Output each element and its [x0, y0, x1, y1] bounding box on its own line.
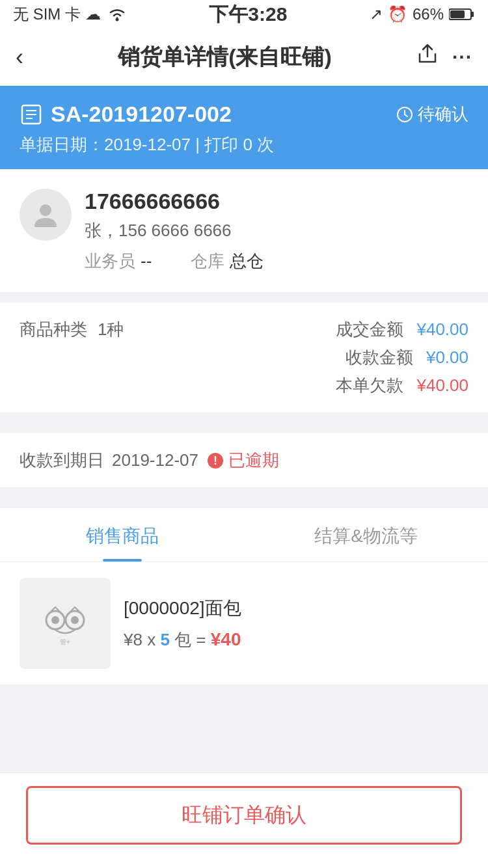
owed-amount-value: ¥40.00: [416, 375, 468, 396]
svg-text:管+: 管+: [60, 638, 70, 645]
svg-point-17: [71, 616, 79, 624]
sales-rep-label: 业务员: [85, 250, 135, 273]
order-header: SA-20191207-002 待确认 单据日期：2019-12-07 | 打印…: [0, 86, 488, 169]
alarm-icon: ⏰: [388, 5, 407, 23]
svg-line-10: [405, 115, 407, 116]
customer-name: 张，156 6666 6666: [85, 219, 468, 242]
summary-section: 商品种类 1种 成交金额 ¥40.00 收款金额 ¥0.00 本单欠款 ¥40.…: [0, 303, 488, 413]
back-button[interactable]: ‹: [16, 44, 23, 71]
status-time: 下午3:28: [209, 1, 287, 28]
battery-text: 66%: [413, 5, 444, 23]
product-total: ¥40: [211, 629, 241, 649]
tabs-container: 销售商品 结算&物流等: [0, 508, 488, 562]
customer-section: 17666666666 张，156 6666 6666 业务员 -- 仓库 总仓: [0, 169, 488, 292]
owed-amount-label: 本单欠款: [336, 374, 403, 397]
svg-point-11: [40, 204, 51, 216]
product-types-value: 1种: [98, 318, 124, 341]
svg-rect-2: [471, 12, 474, 17]
svg-rect-3: [450, 10, 465, 18]
warning-icon: !: [206, 452, 224, 470]
overdue-badge: ! 已逾期: [206, 449, 279, 472]
product-thumbnail: 管+: [20, 578, 111, 669]
wifi-icon: [107, 7, 127, 21]
nav-actions: ···: [416, 42, 472, 72]
status-bar: 无 SIM 卡 ☁ 下午3:28 ↗ ⏰ 66%: [0, 0, 488, 29]
clock-icon: [396, 105, 414, 124]
avatar: [20, 189, 72, 241]
order-date: 单据日期：2019-12-07 | 打印 0 次: [20, 133, 468, 156]
nav-bar: ‹ 销货单详情(来自旺铺) ···: [0, 29, 488, 86]
confirm-order-button[interactable]: 旺铺订单确认: [26, 786, 462, 845]
warehouse-value: 总仓: [230, 250, 264, 273]
order-icon: [20, 103, 43, 126]
customer-phone: 17666666666: [85, 189, 468, 214]
svg-text:!: !: [213, 454, 217, 467]
location-icon: ↗: [370, 5, 383, 23]
status-right: ↗ ⏰ 66%: [370, 5, 475, 23]
more-icon[interactable]: ···: [452, 46, 472, 68]
bottom-bar: 旺铺订单确认: [0, 772, 488, 868]
page-title: 销货单详情(来自旺铺): [34, 42, 416, 72]
svg-point-16: [51, 616, 59, 624]
product-details: [0000002]面包 ¥8 x 5 包 = ¥40: [124, 596, 468, 651]
due-date-section: 收款到期日 2019-12-07 ! 已逾期: [0, 433, 488, 487]
product-price: ¥8 x 5 包 = ¥40: [124, 629, 468, 651]
equals-sign: =: [196, 630, 210, 649]
due-date-value: 2019-12-07: [112, 450, 198, 470]
tabs: 销售商品 结算&物流等: [0, 508, 488, 562]
warehouse-label: 仓库: [191, 250, 224, 273]
battery-icon: [449, 8, 475, 21]
deal-amount-label: 成交金额: [336, 318, 403, 341]
product-name: [0000002]面包: [124, 596, 468, 621]
product-quantity: 5: [160, 630, 169, 649]
svg-point-0: [115, 18, 118, 21]
deal-amount-value: ¥40.00: [416, 319, 468, 340]
multiply-sign: x: [147, 630, 160, 649]
sales-rep-value: --: [141, 251, 152, 271]
product-unit: 包: [174, 630, 191, 649]
status-left: 无 SIM 卡 ☁: [13, 4, 127, 25]
tab-sales-products[interactable]: 销售商品: [0, 508, 244, 562]
product-item: 管+ [0000002]面包 ¥8 x 5 包 = ¥40: [0, 562, 488, 685]
product-types-label: 商品种类: [20, 318, 87, 341]
tab-settlement[interactable]: 结算&物流等: [244, 508, 488, 562]
order-id: SA-20191207-002: [20, 102, 232, 127]
no-sim-text: 无 SIM 卡 ☁: [13, 4, 101, 25]
due-date-label: 收款到期日: [20, 449, 104, 472]
received-amount-label: 收款金额: [346, 346, 413, 369]
received-amount-value: ¥0.00: [426, 347, 468, 368]
share-icon[interactable]: [416, 42, 439, 72]
order-status: 待确认: [396, 103, 468, 126]
